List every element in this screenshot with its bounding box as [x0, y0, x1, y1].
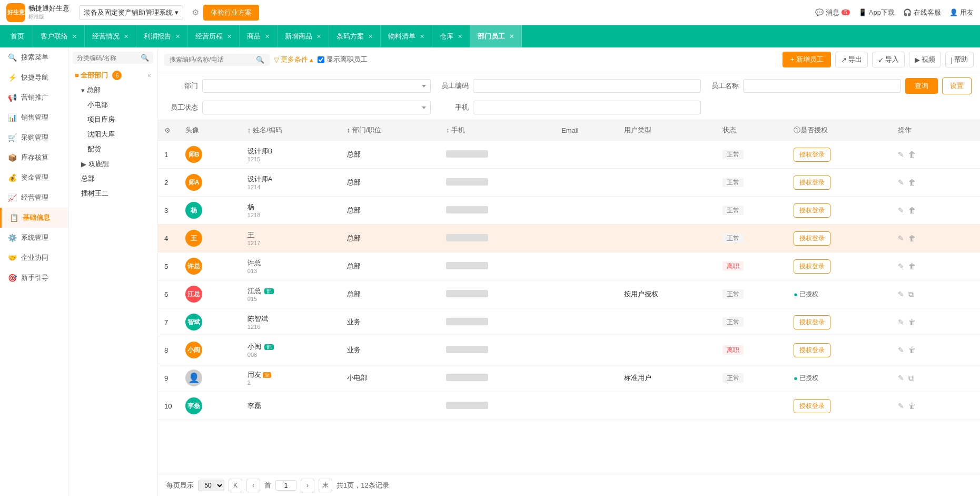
close-icon[interactable]: ✕ — [124, 33, 128, 40]
copy-icon[interactable]: ⧉ — [908, 374, 914, 383]
msg-btn[interactable]: 💬 消息 5 — [815, 8, 850, 17]
prev-page-btn[interactable]: ‹ — [246, 479, 260, 492]
sidebar-item-mgmt[interactable]: 📈 经营管理 — [0, 188, 68, 208]
trial-btn[interactable]: 体验行业方案 — [203, 5, 259, 21]
dept-all[interactable]: ■ 全部部门 6 « — [68, 68, 157, 83]
tab-bom[interactable]: 物料清单✕ — [381, 25, 432, 47]
dept-item-zongbu[interactable]: ▾ 总部 — [68, 83, 157, 98]
auth-btn[interactable]: 授权登录 — [794, 343, 830, 357]
close-icon[interactable]: ✕ — [316, 33, 321, 40]
phone-input[interactable] — [473, 101, 701, 114]
delete-icon[interactable]: 🗑 — [908, 150, 916, 159]
dept-filter-select[interactable] — [202, 79, 431, 93]
show-resigned-checkbox[interactable]: 显示离职员工 — [318, 55, 368, 64]
emp-status-select[interactable] — [202, 101, 431, 114]
edit-icon[interactable]: ✎ — [898, 402, 904, 410]
dept-item-shenyang[interactable]: 沈阳大库 — [68, 127, 157, 142]
auth-btn[interactable]: 授权登录 — [794, 315, 830, 329]
edit-icon[interactable]: ✎ — [898, 290, 904, 299]
more-filter-btn[interactable]: ▽ 更多条件 ▴ — [274, 55, 313, 64]
close-icon[interactable]: ✕ — [227, 33, 232, 40]
sidebar-item-system[interactable]: ⚙️ 系统管理 — [0, 228, 68, 248]
edit-icon[interactable]: ✎ — [898, 206, 904, 215]
delete-icon[interactable]: 🗑 — [908, 262, 916, 270]
edit-icon[interactable]: ✎ — [898, 262, 904, 270]
delete-icon[interactable]: 🗑 — [908, 402, 916, 410]
first-page-btn[interactable]: K — [229, 479, 242, 492]
per-page-select[interactable]: 50 20 100 — [198, 480, 224, 491]
auth-btn[interactable]: 授权登录 — [794, 231, 830, 246]
close-icon[interactable]: ✕ — [175, 33, 180, 40]
close-icon[interactable]: ✕ — [72, 33, 77, 40]
sidebar-item-basic[interactable]: 📋 基础信息 — [0, 208, 68, 228]
last-page-btn[interactable]: 末 — [319, 479, 332, 492]
close-icon[interactable]: ✕ — [265, 33, 270, 40]
service-btn[interactable]: 🎧 在线客服 — [903, 8, 941, 17]
edit-icon[interactable]: ✎ — [898, 318, 904, 326]
sidebar-item-finance[interactable]: 💰 资金管理 — [0, 168, 68, 188]
emp-code-input[interactable] — [473, 79, 701, 93]
col-name[interactable]: ↕ 姓名/编码 — [241, 120, 341, 141]
sidebar-item-search[interactable]: 🔍 搜索菜单 — [0, 47, 68, 67]
dept-item-chashuwang[interactable]: 插树王二 — [68, 186, 157, 201]
tab-home[interactable]: 首页 — [2, 25, 33, 47]
col-settings[interactable]: ⚙ — [158, 120, 179, 141]
sidebar-item-nav[interactable]: ⚡ 快捷导航 — [0, 67, 68, 87]
edit-icon[interactable]: ✎ — [898, 234, 904, 242]
tab-warehouse[interactable]: 仓库✕ — [432, 25, 470, 47]
gear-icon[interactable]: ⚙ — [192, 7, 199, 17]
copy-icon[interactable]: ⧉ — [908, 290, 914, 299]
view-btn[interactable]: ▶ 视频 — [909, 52, 941, 67]
dept-item-xiangmu[interactable]: 项目库房 — [68, 112, 157, 127]
sidebar-item-sales[interactable]: 📊 销售管理 — [0, 108, 68, 128]
tab-add-goods[interactable]: 新增商品✕ — [278, 25, 329, 47]
dept-item-peihuo[interactable]: 配货 — [68, 142, 157, 157]
tab-customer[interactable]: 客户联络✕ — [33, 25, 85, 47]
edit-icon[interactable]: ✎ — [898, 374, 904, 383]
add-employee-btn[interactable]: + 新增员工 — [783, 52, 830, 67]
edit-icon[interactable]: ✎ — [898, 346, 904, 354]
delete-icon[interactable]: 🗑 — [908, 346, 916, 354]
col-phone[interactable]: ↕ 手机 — [440, 120, 555, 141]
delete-icon[interactable]: 🗑 — [908, 234, 916, 242]
resigned-checkbox-input[interactable] — [318, 56, 324, 63]
dept-item-shuanglu[interactable]: ▶ 双鹿想 — [68, 157, 157, 171]
delete-icon[interactable]: 🗑 — [908, 206, 916, 215]
delete-icon[interactable]: 🗑 — [908, 178, 916, 187]
app-btn[interactable]: 📱 App下载 — [858, 8, 895, 17]
close-icon[interactable]: ✕ — [509, 33, 514, 40]
import-btn[interactable]: ↙ 导入 — [872, 52, 905, 67]
help-btn[interactable]: | 帮助 — [945, 52, 974, 67]
auth-btn[interactable]: 授权登录 — [794, 259, 830, 274]
tab-operations[interactable]: 经营情况✕ — [85, 25, 136, 47]
query-btn[interactable]: 查询 — [905, 78, 938, 94]
dept-item-zongbu2[interactable]: 总部 — [68, 171, 157, 186]
tab-goods[interactable]: 商品✕ — [240, 25, 278, 47]
sidebar-item-inventory[interactable]: 📦 库存核算 — [0, 148, 68, 168]
edit-icon[interactable]: ✎ — [898, 150, 904, 159]
next-page-btn[interactable]: › — [301, 479, 314, 492]
tab-profit[interactable]: 利润报告✕ — [136, 25, 188, 47]
emp-name-input[interactable] — [743, 79, 901, 93]
tab-history[interactable]: 经营历程✕ — [188, 25, 240, 47]
sys-title[interactable]: 装备及固定资产辅助管理系统 ▾ — [79, 5, 183, 20]
col-dept[interactable]: ↕ 部门/职位 — [341, 120, 440, 141]
close-icon[interactable]: ✕ — [368, 33, 373, 40]
sidebar-item-purchase[interactable]: 🛒 采购管理 — [0, 128, 68, 148]
sidebar-item-collab[interactable]: 🤝 企业协同 — [0, 248, 68, 268]
tab-barcode[interactable]: 条码方案✕ — [329, 25, 381, 47]
dept-search-input[interactable] — [77, 54, 141, 62]
export-btn[interactable]: ↗ 导出 — [835, 52, 868, 67]
collapse-icon[interactable]: « — [147, 72, 151, 79]
auth-btn[interactable]: 授权登录 — [794, 176, 830, 190]
sidebar-item-marketing[interactable]: 📢 营销推广 — [0, 87, 68, 108]
dept-item-xiaodian[interactable]: 小电部 — [68, 98, 157, 112]
reset-btn[interactable]: 设置 — [942, 77, 972, 94]
close-icon[interactable]: ✕ — [420, 33, 424, 40]
edit-icon[interactable]: ✎ — [898, 178, 904, 187]
auth-btn[interactable]: 授权登录 — [794, 203, 830, 218]
auth-btn[interactable]: 授权登录 — [794, 148, 830, 162]
auth-btn[interactable]: 授权登录 — [794, 399, 830, 413]
page-number-input[interactable] — [275, 480, 296, 491]
delete-icon[interactable]: 🗑 — [908, 318, 916, 326]
